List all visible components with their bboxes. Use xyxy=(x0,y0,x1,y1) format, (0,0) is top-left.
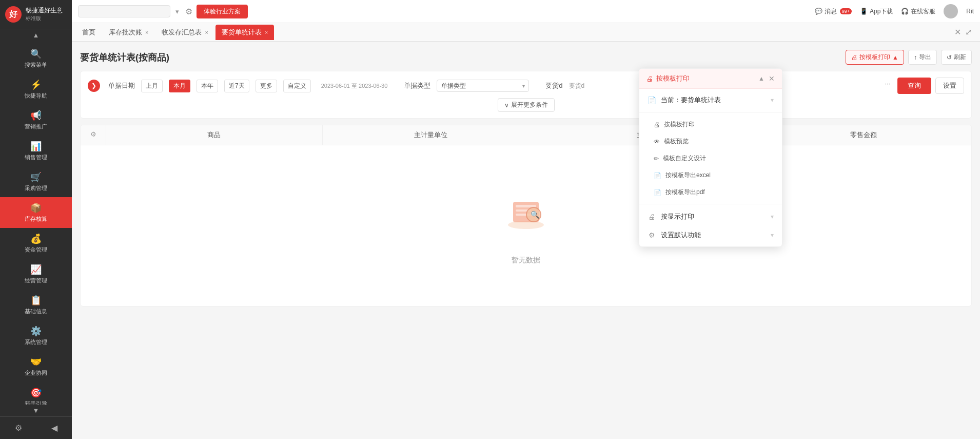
tab-order-stats[interactable]: 要货单统计表 × xyxy=(215,25,274,40)
export-btn[interactable]: ↑ 导出 xyxy=(908,50,937,65)
export-label: 导出 xyxy=(919,53,931,62)
dropdown-set-default[interactable]: ⚙ 设置默认功能 ▾ xyxy=(639,226,782,244)
main-content: 要货单统计表(按商品) 🖨 按模板打印 ▲ ↑ 导出 ↺ 刷新 xyxy=(72,42,980,439)
sidebar-item-sales[interactable]: 📊 销售管理 xyxy=(0,136,72,166)
shortcut-icon: ⚡ xyxy=(30,79,42,90)
date-btn-this-year[interactable]: 本年 xyxy=(197,80,218,92)
tabbar-icons: ✕ ⤢ xyxy=(950,27,976,37)
set-default-arrow: ▾ xyxy=(771,232,774,239)
sidebar-label-search: 搜索菜单 xyxy=(25,61,47,69)
dropdown-current-item[interactable]: 📄 当前：要货单统计表 ▾ xyxy=(639,91,782,109)
expand-more-label: 展开更多条件 xyxy=(511,101,548,109)
print-template-btn[interactable]: 🖨 按模板打印 ▲ xyxy=(846,50,904,65)
date-btn-more[interactable]: 更多 xyxy=(256,80,277,92)
template-custom-label: 模板自定义设计 xyxy=(663,154,706,163)
dropdown-print-icon: 🖨 xyxy=(646,75,653,83)
date-btn-this-month[interactable]: 本月 xyxy=(169,80,190,92)
sidebar-item-marketing[interactable]: 📢 营销推广 xyxy=(0,105,72,136)
date-btn-custom[interactable]: 自定义 xyxy=(283,80,311,92)
topbar-gear-icon[interactable]: ⚙ xyxy=(185,7,192,16)
dropdown-collapse-btn[interactable]: ▲ xyxy=(758,75,765,82)
message-icon: 💬 xyxy=(815,8,822,15)
order-type-select[interactable]: 单据类型 xyxy=(437,80,529,92)
sidebar-label-shortcut: 快捷导航 xyxy=(25,92,47,100)
date-btn-last-month[interactable]: 上月 xyxy=(141,80,163,92)
sidebar-item-collab[interactable]: 🤝 企业协同 xyxy=(0,351,72,382)
dropdown-close-btn[interactable]: ✕ xyxy=(769,74,775,83)
dropdown-template-pdf[interactable]: 📄 按模板导出pdf xyxy=(639,184,782,201)
date-label: 单据日期 xyxy=(108,81,135,90)
dropdown-section-display: 🖨 按显示打印 ▾ ⚙ 设置默认功能 ▾ xyxy=(639,205,782,246)
sidebar-item-system[interactable]: ⚙️ 系统管理 xyxy=(0,320,72,351)
tab-receipt-summary[interactable]: 收发存汇总表 × xyxy=(155,25,214,40)
marketing-icon: 📢 xyxy=(30,110,42,121)
finance-icon: 💰 xyxy=(30,233,42,244)
sidebar-item-operation[interactable]: 📈 经营管理 xyxy=(0,259,72,290)
collapse-footer-btn[interactable]: ◀ xyxy=(47,421,62,435)
sidebar-item-basic[interactable]: 📋 基础信息 xyxy=(0,290,72,320)
dropdown-template-custom[interactable]: ✏ 模板自定义设计 xyxy=(639,150,782,167)
tab-home[interactable]: 首页 xyxy=(76,25,102,40)
tab-inventory-batch-close[interactable]: × xyxy=(145,29,148,35)
collab-icon: 🤝 xyxy=(30,356,42,368)
dropdown-current-label: 当前：要货单统计表 xyxy=(661,96,721,105)
th-unit: 主计量单位 xyxy=(323,125,539,145)
sidebar-label-finance: 资金管理 xyxy=(25,246,47,254)
app-logo: 好 xyxy=(5,6,22,23)
dropdown-template-preview[interactable]: 👁 模板预览 xyxy=(639,133,782,150)
online-service-btn[interactable]: 🎧 在线客服 xyxy=(901,7,935,16)
th-settings[interactable]: ⚙ xyxy=(81,125,106,145)
tab-receipt-summary-label: 收发存汇总表 xyxy=(162,28,202,37)
print-dropdown: 🖨 按模板打印 ▲ ✕ 📄 当前：要货单统计表 ▾ 🖨 按模板打印 👁 模板预览… xyxy=(639,68,782,247)
message-label: 消息 xyxy=(825,7,837,16)
tabbar-close-btn[interactable]: ✕ xyxy=(954,27,961,37)
refresh-btn[interactable]: ↺ 刷新 xyxy=(941,50,972,65)
settings-footer-btn[interactable]: ⚙ xyxy=(11,421,26,435)
industry-btn[interactable]: 体验行业方案 xyxy=(197,5,248,18)
search-input[interactable] xyxy=(78,5,170,17)
filter-expand-row: ∨ 展开更多条件 xyxy=(88,98,964,112)
tab-inventory-batch[interactable]: 库存批次账 × xyxy=(103,25,154,40)
query-btn[interactable]: 查询 xyxy=(897,78,931,94)
basic-icon: 📋 xyxy=(30,295,42,306)
settings-btn[interactable]: 设置 xyxy=(935,78,964,94)
template-pdf-label: 按模板导出pdf xyxy=(665,188,705,197)
template-pdf-icon: 📄 xyxy=(654,189,661,196)
dropdown-section-items: 🖨 按模板打印 👁 模板预览 ✏ 模板自定义设计 📄 按模板导出excel 📄 … xyxy=(639,114,782,203)
app-name: 畅捷通好生意 xyxy=(26,7,63,15)
more-dots[interactable]: ··· xyxy=(881,78,893,94)
print-label: 按模板打印 xyxy=(859,53,890,62)
expand-chevron-icon: ∨ xyxy=(504,102,509,109)
sidebar-label-inventory: 库存核算 xyxy=(25,215,47,223)
message-btn[interactable]: 💬 消息 99+ xyxy=(815,7,852,16)
expand-more-btn[interactable]: ∨ 展开更多条件 xyxy=(498,98,555,112)
sidebar-item-purchase[interactable]: 🛒 采购管理 xyxy=(0,166,72,197)
dropdown-template-excel[interactable]: 📄 按模板导出excel xyxy=(639,167,782,184)
app-edition: 标准版 xyxy=(26,15,63,22)
guide-icon: 🎯 xyxy=(30,387,42,398)
scroll-down-btn[interactable]: ▼ xyxy=(0,405,72,416)
dropdown-template-print[interactable]: 🖨 按模板打印 xyxy=(639,116,782,133)
scroll-up-btn[interactable]: ▲ xyxy=(0,29,72,41)
topbar-actions: 💬 消息 99+ 📱 App下载 🎧 在线客服 Rit xyxy=(815,4,974,18)
expand-icon[interactable]: ❯ xyxy=(88,80,100,92)
sidebar-item-finance[interactable]: 💰 资金管理 xyxy=(0,228,72,259)
data-table: ⚙ 商品 主计量单位 主数量 零售金额 🔍 xyxy=(80,125,972,307)
tabbar-expand-btn[interactable]: ⤢ xyxy=(965,27,972,37)
sidebar-item-guide[interactable]: 🎯 新手引导 xyxy=(0,382,72,405)
dropdown-display-print[interactable]: 🖨 按显示打印 ▾ xyxy=(639,207,782,226)
sidebar-label-purchase: 采购管理 xyxy=(25,184,47,192)
tab-order-stats-close[interactable]: × xyxy=(265,29,268,35)
sidebar-item-shortcut[interactable]: ⚡ 快捷导航 xyxy=(0,74,72,105)
template-print-icon: 🖨 xyxy=(654,121,660,128)
set-default-label: 设置默认功能 xyxy=(661,231,701,240)
sidebar-label-basic: 基础信息 xyxy=(25,308,47,315)
app-download-btn[interactable]: 📱 App下载 xyxy=(860,7,893,16)
sidebar-item-inventory[interactable]: 📦 库存核算 xyxy=(0,197,72,228)
tab-receipt-summary-close[interactable]: × xyxy=(205,29,208,35)
sidebar-item-search[interactable]: 🔍 搜索菜单 xyxy=(0,43,72,74)
date-btn-7days[interactable]: 近7天 xyxy=(224,80,249,92)
user-avatar[interactable] xyxy=(944,4,958,18)
search-chevron-icon[interactable]: ▾ xyxy=(175,8,179,15)
dropdown-header: 🖨 按模板打印 ▲ ✕ xyxy=(639,69,782,89)
